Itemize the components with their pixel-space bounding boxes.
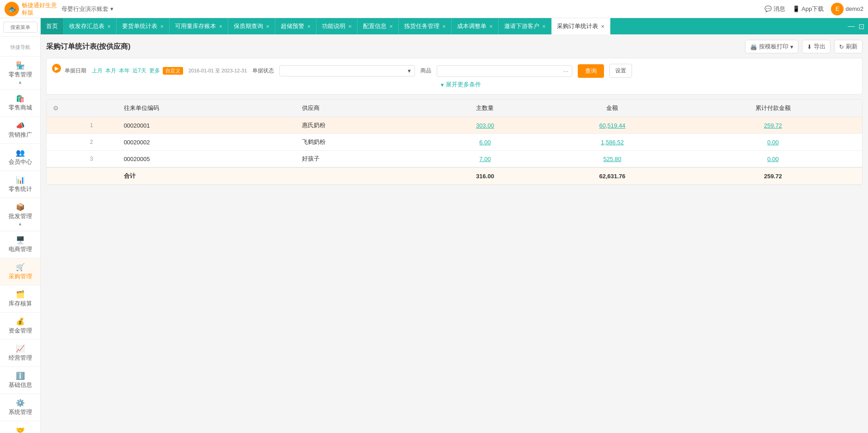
sidebar-item-quick-nav: 快捷导航 [0,37,40,57]
shortcut-last-month[interactable]: 上月 [92,67,103,75]
amount-link[interactable]: 60,519.44 [599,122,626,129]
app-download-btn[interactable]: 📱 App下载 [793,5,824,13]
retail-mgmt-icon: 🏪 [16,61,25,70]
tab-close-icon[interactable]: ✕ [219,24,222,29]
qty-link[interactable]: 7.00 [479,156,491,162]
tab-close-icon[interactable]: ✕ [307,24,311,29]
tab-close-icon[interactable]: ✕ [442,24,446,29]
sidebar-item-inventory[interactable]: 🗂️ 库存核算 [0,285,40,313]
sidebar-item-enterprise[interactable]: 🤝 企业协同 [0,421,40,433]
page-title-bar: 采购订单统计表(按供应商) 🖨️ 按模板打印 ▾ ⬇ 导出 ↻ 刷新 [46,40,863,53]
tab-close-icon[interactable]: ✕ [348,24,352,29]
paid-link[interactable]: 0.00 [767,156,778,162]
search-input[interactable] [3,22,38,33]
tab-close-icon[interactable]: ✕ [389,24,393,29]
sidebar-item-retail-shop[interactable]: 🛍️ 零售商城 [0,90,40,117]
row-supplier: 好孩子 [297,151,429,168]
sidebar-item-marketing[interactable]: 📣 营销推广 [0,117,40,144]
shortcut-this-month[interactable]: 本月 [105,67,116,75]
tab-config-info[interactable]: 配置信息 ✕ [358,18,399,34]
tab-func-desc[interactable]: 功能说明 ✕ [316,18,358,34]
qty-link[interactable]: 6.00 [479,139,491,146]
custom-badge[interactable]: 自定义 [163,67,183,75]
main-layout: 快捷导航 🏪 零售管理 ▲ 🛍️ 零售商城 📣 营销推广 👥 会员中心 📊 零售… [0,18,868,433]
page-content: 采购订单统计表(按供应商) 🖨️ 按模板打印 ▾ ⬇ 导出 ↻ 刷新 [41,34,868,433]
retail-stats-icon: 📊 [16,176,25,184]
tab-receive-send[interactable]: 收发存汇总表 ✕ [64,18,117,34]
tab-close-icon[interactable]: ✕ [489,24,493,29]
user-avatar-btn[interactable]: E demo2 [831,3,863,15]
settings-filter-btn[interactable]: 设置 [609,64,632,78]
message-icon: 💬 [764,5,772,12]
tab-close-icon[interactable]: ✕ [107,24,111,29]
tab-close-icon[interactable]: ✕ [542,24,546,29]
sidebar-item-wholesale[interactable]: 📦 批发管理 ▲ [0,198,40,231]
table-settings-icon[interactable]: ⚙ [53,105,59,112]
shortcut-more[interactable]: 更多 [149,67,160,75]
summary-row: 合计 316.00 62,631.76 259.72 [47,167,862,185]
tab-cost-adjust[interactable]: 成本调整单 ✕ [452,18,499,34]
shortcut-this-year[interactable]: 本年 [119,67,130,75]
refresh-btn[interactable]: ↻ 刷新 [834,40,863,53]
tab-invite-downstream[interactable]: 邀请下游客户 ✕ [499,18,552,34]
tab-purchase-stats[interactable]: 采购订单统计表 ✕ [552,18,610,34]
goods-select[interactable]: ··· [437,65,572,77]
template-print-btn[interactable]: 🖨️ 按模板打印 ▾ [745,40,798,53]
paid-link[interactable]: 0.00 [767,139,778,146]
logo-icon: 🐟 [5,2,19,16]
row-qty: 6.00 [429,134,541,151]
status-select[interactable]: ▾ [279,65,415,76]
tab-home[interactable]: 首页 [41,18,64,34]
download-icon: 📱 [793,5,800,12]
sidebar: 快捷导航 🏪 零售管理 ▲ 🛍️ 零售商城 📣 营销推广 👥 会员中心 📊 零售… [0,18,41,433]
sidebar-item-retail-stats[interactable]: 📊 零售统计 [0,171,40,198]
tab-expiry-query[interactable]: 保质期查询 ✕ [228,18,275,34]
sidebar-item-retail-mgmt[interactable]: 🏪 零售管理 ▲ [0,57,40,90]
sidebar-item-operations[interactable]: 📈 经营管理 [0,340,40,367]
th-settings[interactable]: ⚙ [47,100,65,117]
tab-close-icon[interactable]: ✕ [266,24,269,29]
shop-icon: 🛍️ [16,94,25,103]
tab-goods-stats[interactable]: 要货单统计表 ✕ [117,18,170,34]
amount-link[interactable]: 525.80 [604,156,622,162]
qty-link[interactable]: 303.00 [476,122,494,129]
tab-overstock[interactable]: 超储预警 ✕ [275,18,316,34]
summary-label: 合计 [118,167,429,185]
tab-available-stock[interactable]: 可用量库存账本 ✕ [170,18,228,34]
row-code: 00020005 [118,151,297,168]
date-shortcuts: 上月 本月 本年 近7天 更多 自定义 [92,67,183,75]
breadcrumb-select[interactable]: 母婴行业演示账套 ▾ [61,5,113,13]
logo-area: 🐟 畅捷通好生意 标版 [5,2,57,16]
wholesale-icon: 📦 [16,203,25,211]
minimize-btn[interactable]: — [848,22,855,30]
sidebar-item-purchase[interactable]: 🛒 采购管理 [0,258,40,285]
shortcut-7days[interactable]: 近7天 [132,67,146,75]
messages-btn[interactable]: 💬 消息 [764,5,785,13]
query-btn[interactable]: 查询 [578,64,604,78]
sidebar-search-area[interactable] [0,18,40,37]
export-btn[interactable]: ⬇ 导出 [802,40,830,53]
tab-close-icon[interactable]: ✕ [601,24,604,29]
row-code: 00020001 [118,117,297,134]
row-amount: 60,519.44 [541,117,684,134]
sidebar-item-finance[interactable]: 💰 资金管理 [0,313,40,340]
collapse-arrow[interactable]: ▶ [52,64,61,73]
tab-window-controls: — ⊡ [844,18,868,34]
sidebar-item-ecommerce[interactable]: 🖥️ 电商管理 [0,231,40,258]
expand-more-btn[interactable]: ▾ 展开更多条件 [65,78,857,89]
th-supplier: 供应商 [297,100,429,117]
amount-link[interactable]: 1,586.52 [601,139,624,146]
breadcrumb: 母婴行业演示账套 ▾ [57,5,764,13]
chevron-down-icon: ▾ [110,5,113,12]
sidebar-item-basic-info[interactable]: ℹ️ 基础信息 [0,367,40,394]
tab-pick-task[interactable]: 拣货任务管理 ✕ [399,18,452,34]
nav-tabs: 首页 收发存汇总表 ✕ 要货单统计表 ✕ 可用量库存账本 ✕ 保质期查询 ✕ 超… [41,18,868,34]
page-actions: 🖨️ 按模板打印 ▾ ⬇ 导出 ↻ 刷新 [745,40,863,53]
export-icon: ⬇ [807,43,812,50]
sidebar-item-sys-mgmt[interactable]: ⚙️ 系统管理 [0,394,40,421]
row-supplier: 惠氏奶粉 [297,117,429,134]
paid-link[interactable]: 259.72 [764,122,782,129]
tab-close-icon[interactable]: ✕ [160,24,164,29]
sidebar-item-members[interactable]: 👥 会员中心 [0,144,40,171]
maximize-btn[interactable]: ⊡ [859,22,864,31]
